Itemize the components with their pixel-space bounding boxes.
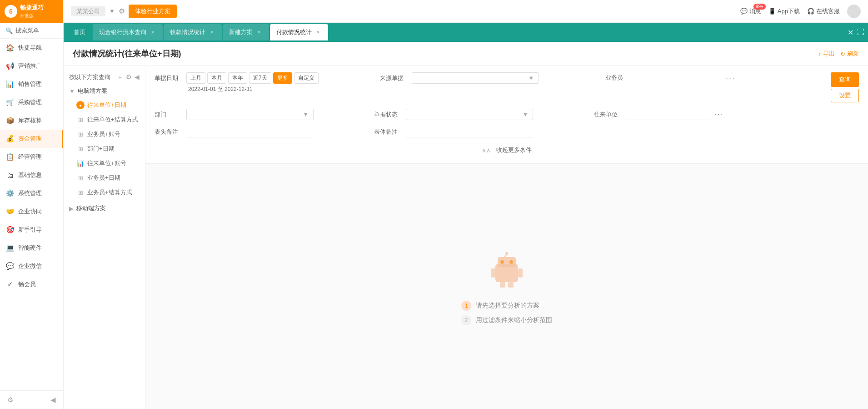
query-button[interactable]: 查询 — [831, 72, 859, 87]
sidebar-item-label: 畅会员 — [18, 280, 36, 288]
user-avatar[interactable] — [847, 5, 861, 18]
sidebar-item-shortcut[interactable]: 🏠 快捷导航 — [0, 39, 63, 57]
sidebar-item-operation[interactable]: 📋 经营管理 — [0, 148, 63, 166]
salesperson-input[interactable] — [637, 72, 721, 83]
plan-group-desktop-header[interactable]: ▼ 电脑端方案 — [64, 84, 145, 98]
salesperson-more-icon[interactable]: ··· — [726, 73, 735, 83]
left-panel: 按以下方案查询 ＋ ⚙ ◀ ▼ 电脑端方案 ● 往来单位+日期 ⊞ — [64, 66, 145, 409]
export-button[interactable]: ↑ 导出 — [818, 50, 835, 58]
date-btn-this-month[interactable]: 本月 — [207, 72, 226, 84]
tab-home-label: 首页 — [74, 28, 85, 36]
app-download-label: App下载 — [778, 7, 800, 15]
tab-new-plan-close-icon[interactable]: × — [255, 29, 263, 36]
sidebar-item-wechat[interactable]: 💬 企业微信 — [0, 257, 63, 275]
main-content: 某某公司 ▼ ⚙ 体验行业方案 💬 消息 99+ 📱 App下载 🎧 在线客服 — [64, 0, 868, 409]
sidebar-item-enterprise[interactable]: 🤝 企业协同 — [0, 202, 63, 221]
partner-more-icon[interactable]: ··· — [714, 110, 724, 119]
settings-button[interactable]: 设置 — [831, 89, 859, 102]
table-body-note-label: 表体备注 — [374, 128, 401, 136]
date-btn-7days[interactable]: 近7天 — [249, 72, 271, 84]
header-actions: ↑ 导出 ↻ 刷新 — [818, 50, 859, 58]
table-body-note-input[interactable] — [406, 126, 533, 137]
collapse-more-button[interactable]: ∧∧ 收起更多条件 — [155, 143, 859, 157]
dept-select[interactable]: ▼ — [186, 109, 314, 120]
svg-point-2 — [500, 260, 504, 264]
collapse-panel-icon[interactable]: ◀ — [135, 73, 140, 81]
purchase-icon: 🛒 — [5, 98, 15, 107]
date-btn-more[interactable]: 更多 — [273, 72, 292, 84]
step-num-2: 2 — [461, 315, 471, 325]
company-name: 某某公司 — [71, 6, 105, 16]
maximize-icon[interactable]: ⛶ — [857, 28, 864, 37]
sidebar-item-label: 新手引导 — [18, 226, 42, 234]
footer-collapse-icon[interactable]: ◀ — [49, 395, 58, 404]
settings-gear-icon[interactable]: ⚙ — [119, 7, 125, 15]
sidebar-search[interactable]: 🔍 搜索菜单 — [0, 23, 63, 39]
doc-status-select[interactable]: ▼ — [406, 109, 533, 120]
close-all-tabs-icon[interactable]: ✕ — [848, 28, 853, 37]
plan-table-icon: ⊞ — [76, 130, 85, 138]
table-header-note-input[interactable] — [186, 126, 314, 137]
svg-point-3 — [509, 260, 513, 264]
tab-receivable-close-icon[interactable]: × — [208, 29, 215, 36]
plan-group-desktop: ▼ 电脑端方案 ● 往来单位+日期 ⊞ 往来单位+结算方式 ⊞ 业务员+账号 ⊞ — [64, 84, 145, 200]
tab-cash-flow[interactable]: 现金银行流水查询 × — [93, 24, 163, 40]
date-btn-last-month[interactable]: 上月 — [186, 72, 205, 84]
sidebar-item-member[interactable]: ✓ 畅会员 — [0, 275, 63, 293]
plan-item-label: 往来单位+日期 — [87, 101, 126, 109]
plan-item-salesperson-payment[interactable]: ⊞ 业务员+结算方式 — [64, 185, 145, 200]
sidebar-item-purchase[interactable]: 🛒 采购管理 — [0, 93, 63, 111]
plan-item-partner-date[interactable]: ● 往来单位+日期 — [64, 98, 145, 112]
dept-filter-label: 部门 — [155, 111, 182, 119]
svg-rect-7 — [508, 282, 514, 288]
plan-group-mobile-label: 移动端方案 — [76, 204, 106, 212]
plan-item-salesperson-date[interactable]: ⊞ 业务员+日期 — [64, 171, 145, 185]
sidebar-item-marketing[interactable]: 📢 营销推广 — [0, 57, 63, 75]
messages-button[interactable]: 💬 消息 99+ — [740, 7, 761, 15]
online-service-button[interactable]: 🎧 在线客服 — [807, 7, 840, 15]
capital-icon: 💰 — [5, 134, 15, 143]
headset-icon: 🎧 — [807, 8, 814, 15]
sidebar-nav: 🏠 快捷导航 📢 营销推广 📊 销售管理 🛒 采购管理 📦 库存核算 💰 资金管… — [0, 39, 63, 390]
tab-payment-stats[interactable]: 付款情况统计 × — [270, 24, 328, 40]
dropdown-arrow-icon[interactable]: ▼ — [109, 8, 115, 15]
svg-rect-4 — [491, 268, 495, 278]
sidebar-item-basic[interactable]: 🗂 基础信息 — [0, 166, 63, 184]
sidebar-item-inventory[interactable]: 📦 库存核算 — [0, 111, 63, 130]
plan-settings-icon[interactable]: ⚙ — [126, 73, 132, 81]
plan-item-partner-payment[interactable]: ⊞ 往来单位+结算方式 — [64, 112, 145, 127]
plan-item-partner-account[interactable]: 📊 往来单位+账号 — [64, 156, 145, 171]
date-btn-this-year[interactable]: 本年 — [228, 72, 247, 84]
tab-new-plan[interactable]: 新建方案 × — [223, 24, 269, 40]
hardware-icon: 💻 — [5, 243, 15, 252]
footer-settings-icon[interactable]: ⚙ — [5, 395, 15, 404]
left-panel-actions: ＋ ⚙ ◀ — [117, 73, 140, 81]
source-select[interactable]: ▼ — [412, 72, 539, 84]
tab-receivable[interactable]: 收款情况统计 × — [164, 24, 222, 40]
chevron-up-icon: ∧∧ — [482, 147, 491, 154]
date-range-display: 2022-01-01 至 2022-12-31 — [188, 86, 319, 93]
plan-table-icon: ⊞ — [76, 116, 85, 124]
export-label: 导出 — [823, 50, 835, 58]
date-btn-custom[interactable]: 自定义 — [294, 72, 319, 84]
plan-item-dept-date[interactable]: ⊞ 部门+日期 — [64, 141, 145, 156]
sidebar-item-capital[interactable]: 💰 资金管理 — [0, 130, 63, 148]
app-download-button[interactable]: 📱 App下载 — [768, 7, 800, 15]
tab-receivable-label: 收款情况统计 — [170, 28, 205, 36]
add-plan-icon[interactable]: ＋ — [117, 73, 123, 81]
plan-item-label: 业务员+日期 — [87, 174, 120, 182]
sidebar-item-system[interactable]: ⚙️ 系统管理 — [0, 184, 63, 202]
plan-group-mobile-header[interactable]: ▶ 移动端方案 — [64, 202, 145, 215]
trial-button[interactable]: 体验行业方案 — [129, 5, 177, 18]
tab-payment-stats-close-icon[interactable]: × — [314, 29, 322, 36]
refresh-icon: ↻ — [840, 50, 845, 57]
sidebar-item-guide[interactable]: 🎯 新手引导 — [0, 221, 63, 239]
sidebar-item-sales[interactable]: 📊 销售管理 — [0, 75, 63, 93]
tab-cash-flow-close-icon[interactable]: × — [149, 29, 156, 36]
tab-home[interactable]: 首页 — [67, 24, 92, 40]
page-title: 付款情况统计(往来单位+日期) — [73, 48, 181, 59]
refresh-button[interactable]: ↻ 刷新 — [840, 50, 859, 58]
sidebar-item-hardware[interactable]: 💻 智能硬件 — [0, 239, 63, 257]
plan-item-salesperson-account[interactable]: ⊞ 业务员+账号 — [64, 127, 145, 141]
partner-input[interactable] — [626, 109, 710, 120]
